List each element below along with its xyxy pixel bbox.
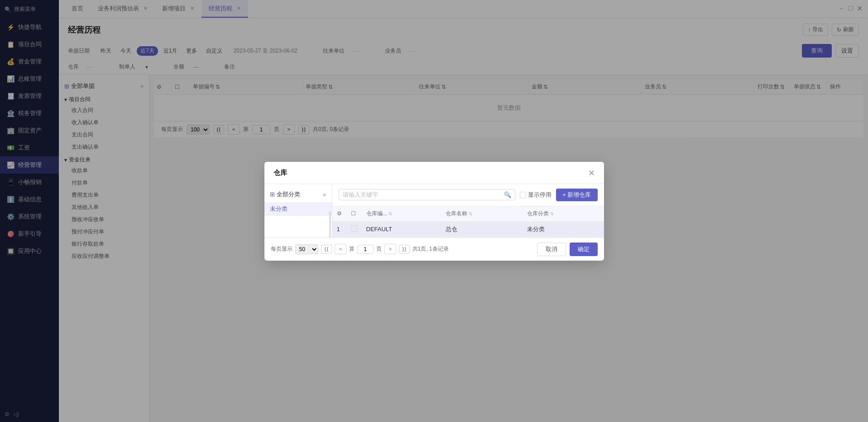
dialog-page-input[interactable] bbox=[357, 245, 374, 254]
dialog-page-last-btn[interactable]: ⟩⟩ bbox=[399, 245, 410, 254]
dialog-right-panel: 🔍 显示停用 + 新增仓库 ⚙ ☐ bbox=[332, 184, 604, 238]
dialog-all-category[interactable]: 全部分类 bbox=[277, 190, 300, 199]
show-disabled-label: 显示停用 bbox=[528, 191, 551, 199]
dialog-category-header: ⊞ 全部分类 « bbox=[264, 189, 332, 202]
dialog-page-suffix: 页 bbox=[376, 245, 382, 253]
modal-overlay: 仓库 ✕ ⊞ 全部分类 « 未分类 bbox=[0, 0, 868, 422]
category-icon: ⊞ bbox=[270, 191, 275, 198]
show-disabled-checkbox[interactable] bbox=[520, 192, 526, 198]
row-checkbox[interactable] bbox=[346, 221, 362, 237]
row-index: 1 bbox=[332, 221, 346, 237]
dialog-close-btn[interactable]: ✕ bbox=[588, 168, 595, 178]
dialog-th-code: 仓库编... ⇅ bbox=[362, 206, 441, 222]
dialog-collapse-btn[interactable]: « bbox=[323, 191, 326, 198]
row-code: DEFAULT bbox=[362, 221, 441, 237]
dialog-table-row[interactable]: 1 DEFAULT 总仓 未分类 bbox=[332, 221, 604, 237]
dialog-table-head: ⚙ ☐ 仓库编... ⇅ 仓库名称 ⇅ bbox=[332, 206, 604, 222]
row-category: 未分类 bbox=[523, 221, 604, 237]
dialog-per-page-select[interactable]: 50 100 200 bbox=[295, 244, 318, 254]
dialog-confirm-btn[interactable]: 确定 bbox=[570, 243, 598, 256]
dialog-sort-code[interactable]: ⇅ bbox=[388, 211, 392, 216]
row-name: 总仓 bbox=[441, 221, 523, 237]
dialog-cancel-btn[interactable]: 取消 bbox=[537, 243, 566, 256]
dialog-page-first-btn[interactable]: ⟨⟨ bbox=[321, 245, 332, 254]
dialog-toolbar: 🔍 显示停用 + 新增仓库 bbox=[332, 184, 604, 206]
dialog-page-label: 算 bbox=[349, 245, 355, 253]
dialog-table-wrap: ⚙ ☐ 仓库编... ⇅ 仓库名称 ⇅ bbox=[332, 206, 604, 238]
dialog-category-unclassified[interactable]: 未分类 bbox=[264, 202, 332, 216]
dialog-th-settings[interactable]: ⚙ bbox=[332, 206, 346, 222]
dialog-th-check[interactable]: ☐ bbox=[346, 206, 362, 222]
dialog-header: 仓库 ✕ bbox=[264, 162, 604, 184]
dialog-table: ⚙ ☐ 仓库编... ⇅ 仓库名称 ⇅ bbox=[332, 206, 604, 238]
dialog-th-name: 仓库名称 ⇅ bbox=[441, 206, 523, 222]
dialog-search-input[interactable] bbox=[343, 189, 504, 200]
dialog-header-row: ⚙ ☐ 仓库编... ⇅ 仓库名称 ⇅ bbox=[332, 206, 604, 222]
add-warehouse-btn[interactable]: + 新增仓库 bbox=[556, 189, 597, 201]
dialog-sort-category[interactable]: ⇅ bbox=[550, 211, 554, 216]
dialog-search-icon[interactable]: 🔍 bbox=[504, 191, 511, 198]
dialog-page-prev-btn[interactable]: ＜ bbox=[335, 244, 346, 254]
dialog-total: 共1页, 1条记录 bbox=[412, 245, 449, 253]
dialog-table-body: 1 DEFAULT 总仓 未分类 bbox=[332, 221, 604, 237]
dialog-body: ⊞ 全部分类 « 未分类 🔍 bbox=[264, 184, 604, 238]
dialog-per-page-label: 每页显示 bbox=[271, 245, 293, 253]
dialog-th-category: 仓库分类 ⇅ bbox=[523, 206, 604, 222]
dialog-category-panel: ⊞ 全部分类 « 未分类 bbox=[264, 184, 332, 238]
dialog-search-wrap: 🔍 bbox=[339, 189, 516, 200]
warehouse-dialog: 仓库 ✕ ⊞ 全部分类 « 未分类 bbox=[264, 162, 604, 261]
dialog-title: 仓库 bbox=[273, 169, 287, 177]
dialog-page-next-btn[interactable]: ＞ bbox=[384, 244, 396, 254]
dialog-sort-name[interactable]: ⇅ bbox=[469, 211, 472, 216]
show-disabled-wrap: 显示停用 bbox=[520, 191, 551, 199]
dialog-left-scrollbar bbox=[329, 211, 331, 238]
dialog-footer: 每页显示 50 100 200 ⟨⟨ ＜ 算 页 ＞ ⟩⟩ 共1页, 1条记录 … bbox=[264, 238, 604, 261]
dialog-footer-actions: 取消 确定 bbox=[537, 243, 598, 256]
